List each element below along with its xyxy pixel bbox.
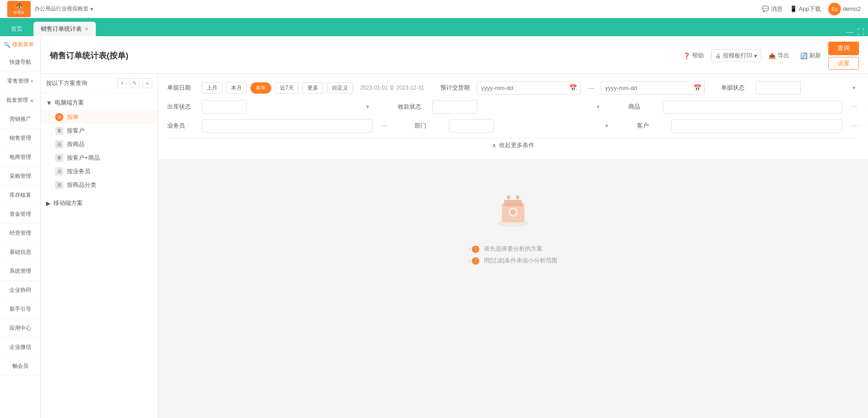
edit-scheme-button[interactable]: ✎ — [130, 78, 140, 88]
logo: 🐯 标准版 — [7, 1, 31, 17]
customer-label: 客户 — [637, 122, 664, 130]
logo-icon: 🐯 — [15, 2, 23, 10]
sidebar-item-retail[interactable]: 零售管理 ▾ — [0, 72, 40, 91]
sidebar-item-basic[interactable]: 基础信息 — [0, 243, 40, 262]
sidebar-item-finance[interactable]: 资金管理 — [0, 205, 40, 224]
scheme-by-customer-goods[interactable]: 客 按客户+商品 — [41, 151, 158, 165]
tab-close-icon[interactable]: ✕ — [85, 26, 89, 32]
print-button[interactable]: 🖨 按模板打印 ▾ — [711, 49, 761, 62]
edit-icon: ✎ — [132, 80, 137, 86]
scheme-by-sp-label: 按业务员 — [67, 167, 90, 176]
expected-date-start[interactable] — [477, 81, 580, 95]
sidebar-item-enterprise-wechat[interactable]: 企业微信 — [0, 338, 40, 357]
goods-more-icon[interactable]: ··· — [849, 103, 859, 111]
scheme-by-order[interactable]: 按 按单 — [41, 110, 158, 124]
sidebar-item-ecommerce[interactable]: 电商管理 — [0, 148, 40, 167]
logo-text: 标准版 — [14, 10, 24, 15]
order-status-select[interactable] — [755, 81, 801, 95]
collection-status-select[interactable] — [432, 100, 477, 114]
sidebar-item-enterprise[interactable]: 企业协同 — [0, 281, 40, 300]
sidebar-item-marketing[interactable]: 营销推广 — [0, 110, 40, 129]
export-button[interactable]: 📤 导出 — [765, 50, 793, 62]
app-download-button[interactable]: 📱 App下载 — [790, 5, 821, 13]
expected-date-end-wrap: 📅 — [601, 81, 704, 95]
customer-more-icon[interactable]: ··· — [849, 122, 859, 130]
goods-input[interactable] — [663, 100, 842, 114]
sidebar-item-wholesale[interactable]: 批发管理 ▲ — [0, 91, 40, 110]
pc-scheme-parent[interactable]: ▼ 电脑端方案 — [41, 95, 158, 110]
sidebar-item-inventory[interactable]: 库存核算 — [0, 186, 40, 205]
salesperson-input[interactable] — [202, 119, 373, 133]
mobile-scheme-section: ▶ 移动端方案 — [41, 194, 158, 213]
ship-status-select[interactable] — [202, 100, 247, 114]
add-scheme-button[interactable]: + — [117, 78, 127, 88]
sidebar-item-newbie[interactable]: 新手引导 — [0, 300, 40, 319]
mobile-scheme-parent[interactable]: ▶ 移动端方案 — [41, 195, 158, 211]
topbar-left: 🐯 标准版 办公用品行业模拟账套 ▾ — [7, 1, 93, 17]
sidebar: 🔍 帮助 搜索菜单 快捷导航 零售管理 ▾ 批发管理 ▲ 营销推广 销售管理 电… — [0, 36, 41, 418]
date-range-text: 2023-01-01 至 2023-12-31 — [360, 84, 424, 92]
order-status-label: 单据状态 — [721, 84, 748, 92]
sidebar-item-search[interactable]: 🔍 帮助 搜索菜单 — [0, 36, 40, 53]
print-label: 按模板打印 — [723, 52, 752, 60]
breadcrumb-text: 办公用品行业模拟账套 — [34, 5, 89, 13]
collapse-panel-button[interactable]: « — [142, 78, 152, 88]
tab-home[interactable]: 首页 — [4, 22, 30, 36]
scheme-by-customer[interactable]: 客 按客户 — [41, 124, 158, 138]
scheme-by-customer-label: 按客户 — [67, 127, 85, 135]
page-body: 按以下方案查询 + ✎ « ▼ — [41, 74, 868, 418]
date-btn-this-month[interactable]: 本月 — [226, 82, 247, 94]
username-label: demo2 — [843, 5, 861, 12]
sidebar-item-quick-nav[interactable]: 快捷导航 — [0, 53, 40, 72]
help-label: 帮助 — [692, 52, 704, 60]
query-button[interactable]: 查询 — [828, 42, 859, 55]
salesperson-more-icon[interactable]: ··· — [380, 122, 389, 130]
collapse-filter-button[interactable]: ∧ 收起更多条件 — [167, 138, 859, 152]
svg-point-8 — [516, 195, 519, 199]
date-btn-custom[interactable]: 自定义 — [327, 82, 353, 94]
refresh-button[interactable]: 🔄 刷新 — [797, 50, 825, 62]
export-icon: 📤 — [769, 52, 776, 59]
date-btn-last-month[interactable]: 上月 — [202, 82, 222, 94]
empty-tip-1: 1 请先选择要分析的方案 — [469, 243, 557, 255]
tab-sales-order-stats[interactable]: 销售订单统计表 ✕ — [33, 22, 96, 36]
expected-date-end[interactable] — [601, 81, 704, 95]
sidebar-item-system[interactable]: 系统管理 — [0, 262, 40, 281]
customer-input[interactable] — [671, 119, 842, 133]
mobile-tree-arrow-icon: ▶ — [46, 200, 51, 207]
content-area: 销售订单统计表(按单) ❓ 帮助 🖨 按模板打印 ▾ 📤 导出 🔄 刷新 — [41, 36, 868, 418]
scheme-by-goods[interactable]: 品 按商品 — [41, 138, 158, 151]
date-btn-this-year[interactable]: 本年 — [250, 82, 271, 94]
help-button[interactable]: ❓ 帮助 — [679, 50, 708, 62]
date-btn-last7[interactable]: 近7天 — [275, 82, 299, 94]
sidebar-item-purchase[interactable]: 采购管理 — [0, 167, 40, 186]
sidebar-item-app-center[interactable]: 应用中心 — [0, 319, 40, 338]
scheme-by-category[interactable]: 类 按商品分类 — [41, 178, 158, 192]
date-dash: — — [588, 85, 594, 91]
sidebar-item-sales[interactable]: 销售管理 — [0, 129, 40, 148]
settings-button[interactable]: 设置 — [828, 57, 859, 70]
maximize-icon[interactable]: ⛶ — [857, 28, 864, 36]
message-icon: 💬 — [762, 5, 769, 12]
scheme-by-salesperson[interactable]: 员 按业务员 — [41, 165, 158, 178]
collapse-icon: « — [146, 80, 149, 86]
minimize-icon[interactable]: — — [846, 28, 854, 36]
user-profile[interactable]: Ea demo2 — [828, 3, 861, 15]
department-select[interactable] — [449, 119, 494, 133]
date-label: 单据日期 — [167, 84, 194, 92]
collection-status-select-wrap — [432, 100, 603, 114]
print-dropdown-icon: ▾ — [754, 52, 757, 59]
wholesale-arrow-icon: ▲ — [30, 98, 34, 103]
scheme-by-order-icon: 按 — [55, 113, 63, 121]
pc-scheme-label: 电脑端方案 — [55, 99, 84, 107]
message-button[interactable]: 💬 消息 — [762, 5, 783, 13]
sidebar-item-member[interactable]: 畅会员 — [0, 357, 40, 376]
page-header: 销售订单统计表(按单) ❓ 帮助 🖨 按模板打印 ▾ 📤 导出 🔄 刷新 — [41, 36, 868, 74]
scheme-by-cat-icon: 类 — [55, 181, 63, 189]
page-header-actions: ❓ 帮助 🖨 按模板打印 ▾ 📤 导出 🔄 刷新 查询 — [679, 42, 859, 70]
scheme-by-order-label: 按单 — [67, 113, 79, 121]
scheme-by-cg-icon: 客 — [55, 154, 63, 162]
date-btn-more[interactable]: 更多 — [302, 82, 323, 94]
goods-label: 商品 — [628, 103, 656, 111]
sidebar-item-operations[interactable]: 经营管理 — [0, 224, 40, 243]
